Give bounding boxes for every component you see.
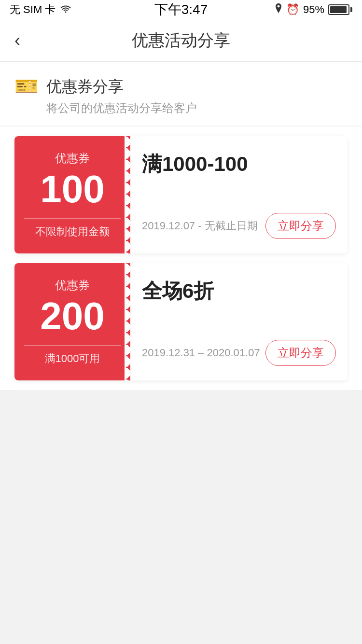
coupon-list: 优惠券 100 不限制使用金额 满1000-100 2019.12.07 - 无… [0,126,362,390]
carrier-text: 无 SIM 卡 [10,2,56,17]
back-button[interactable]: ‹ [14,30,20,51]
coupon-card-1: 优惠券 200 满1000可用 全场6折 2019.12.31 – 2020.0… [14,263,348,380]
share-button-0[interactable]: 立即分享 [265,213,336,239]
coupon-right-1: 全场6折 2019.12.31 – 2020.01.07 立即分享 [130,263,348,380]
status-right: ⏰ 95% [275,3,352,16]
coupon-condition-0: 不限制使用金额 [24,218,121,239]
coupon-label-1: 优惠券 [55,278,90,293]
coupon-section-icon: 🎫 [14,76,39,96]
coupon-left-1: 优惠券 200 满1000可用 [14,263,130,380]
status-time: 下午3:47 [154,0,208,19]
coupon-left-0: 优惠券 100 不限制使用金额 [14,136,130,253]
coupon-bottom-0: 2019.12.07 - 无截止日期 立即分享 [142,213,336,239]
coupon-value-0: 100 [40,170,104,209]
wifi-icon [60,3,71,16]
nav-title: 优惠活动分享 [132,29,230,52]
status-left: 无 SIM 卡 [10,2,71,17]
alarm-icon: ⏰ [286,3,299,16]
section-header: 🎫 优惠券分享 将公司的优惠活动分享给客户 [0,62,362,126]
section-subtitle: 将公司的优惠活动分享给客户 [46,100,197,116]
coupon-condition-1: 满1000可用 [24,345,121,366]
coupon-name-1: 全场6折 [142,278,336,305]
battery-icon [328,4,352,15]
section-title: 优惠券分享 [46,76,197,98]
coupon-name-0: 满1000-100 [142,151,336,178]
nav-bar: ‹ 优惠活动分享 [0,19,362,62]
share-button-1[interactable]: 立即分享 [265,340,336,366]
status-bar: 无 SIM 卡 下午3:47 ⏰ 95% [0,0,362,19]
coupon-card-0: 优惠券 100 不限制使用金额 满1000-100 2019.12.07 - 无… [14,136,348,253]
coupon-date-0: 2019.12.07 - 无截止日期 [142,219,258,233]
location-icon [275,3,282,16]
coupon-value-1: 200 [40,297,104,336]
coupon-date-1: 2019.12.31 – 2020.01.07 [142,347,260,359]
coupon-right-0: 满1000-100 2019.12.07 - 无截止日期 立即分享 [130,136,348,253]
battery-percent: 95% [303,3,324,16]
coupon-label-0: 优惠券 [55,151,90,166]
coupon-bottom-1: 2019.12.31 – 2020.01.07 立即分享 [142,340,336,366]
section-text: 优惠券分享 将公司的优惠活动分享给客户 [46,76,197,116]
